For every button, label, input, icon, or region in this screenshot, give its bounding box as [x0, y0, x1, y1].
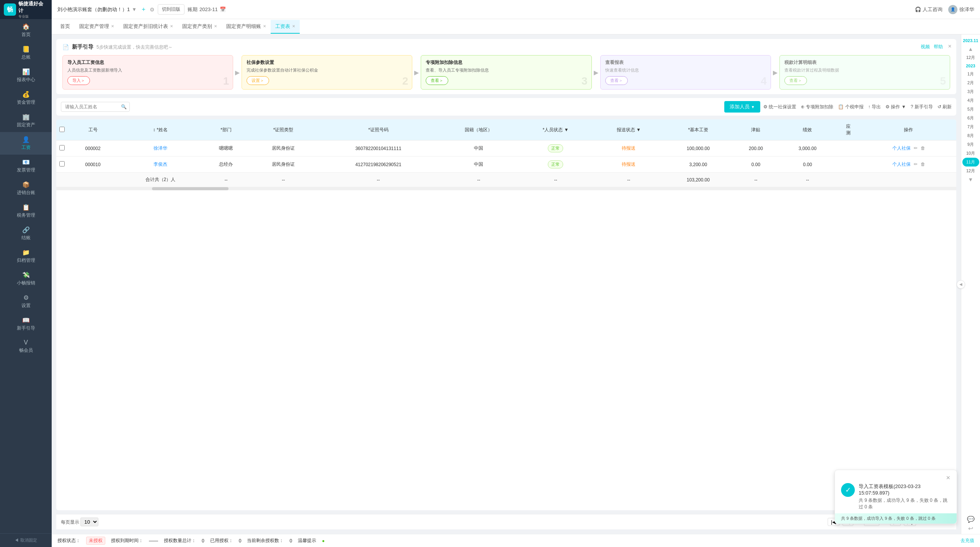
operation-btn[interactable]: ⚙ 操作 ▼ [885, 104, 906, 110]
select-all-checkbox[interactable] [59, 127, 65, 132]
step3-desc: 查看、导入员工专项附加扣除信息 [426, 67, 586, 73]
tab-fixed-assets[interactable]: 固定资产管理 ✕ [75, 20, 119, 34]
tab-fixed-assets-close-icon[interactable]: ✕ [111, 24, 114, 28]
tab-fixed-assets-label: 固定资产管理 [79, 23, 109, 30]
help-link[interactable]: 帮助 [934, 44, 943, 50]
tab-asset-category[interactable]: 固定资产类别 ✕ [178, 20, 222, 34]
add-person-label: 添加人员 [730, 103, 750, 110]
add-account-icon[interactable]: ＋ [140, 5, 147, 13]
step2-desc: 完成社保参数设置自动计算社保公积金 [247, 67, 407, 73]
month-9[interactable]: 9月 [962, 140, 979, 149]
beginner-guide: 📄 新手引导 5步快速完成设置，快去完善信息吧～ 视频 帮助 ✕ 导入员工工资信… [56, 39, 956, 94]
row2-edit-icon[interactable]: ✏ [914, 162, 918, 167]
row2-delete-icon[interactable]: 🗑 [921, 162, 925, 167]
settings-gear-icon[interactable]: ⚙ [150, 7, 155, 13]
sidebar-item-close[interactable]: 🔗 结账 [0, 222, 52, 245]
header-nationality: 国籍（地区） [439, 119, 518, 140]
scrollbar-thumb[interactable] [152, 187, 229, 190]
sidebar-item-invoice[interactable]: 📧 发票管理 [0, 155, 52, 177]
sidebar-item-member[interactable]: V 畅会员 [0, 335, 52, 358]
export-btn[interactable]: ↑ 导出 [868, 104, 881, 110]
search-input[interactable] [61, 102, 130, 112]
sidebar-item-ledger[interactable]: 📒 总账 [0, 42, 52, 64]
row1-checkbox[interactable] [56, 140, 68, 157]
sidebar-item-inventory[interactable]: 📦 进销台账 [0, 177, 52, 200]
scroll-up-icon[interactable]: ▲ [968, 46, 973, 52]
period-value: 2023-11 [199, 7, 218, 12]
row1-edit-icon[interactable]: ✏ [914, 145, 918, 151]
row2-checkbox[interactable] [56, 157, 68, 173]
step4-btn[interactable]: 查看＞ [605, 76, 628, 85]
row1-id-type: 居民身份证 [249, 140, 317, 157]
sidebar-item-finance[interactable]: 💰 资金管理 [0, 87, 52, 109]
tab-asset-category-close-icon[interactable]: ✕ [214, 24, 217, 28]
sidebar-item-guide[interactable]: 📖 新手引导 [0, 313, 52, 335]
month-12-prev[interactable]: 12月 [962, 53, 979, 62]
month-3[interactable]: 3月 [962, 87, 979, 96]
video-link[interactable]: 视频 [921, 44, 930, 50]
month-1[interactable]: 1月 [962, 70, 979, 78]
step5-btn[interactable]: 查看＞ [784, 76, 807, 85]
social-insurance-btn[interactable]: ⚙ 统一社保设置 [763, 104, 796, 110]
tax-report-btn[interactable]: 📋 个税申报 [838, 104, 863, 110]
recharge-link[interactable]: 去充值 [960, 537, 974, 544]
horizontal-scrollbar[interactable] [56, 187, 956, 190]
row1-delete-icon[interactable]: 🗑 [921, 145, 925, 151]
step2-btn[interactable]: 设置＞ [247, 76, 269, 85]
unpin-btn[interactable]: ◀ 取消固定 [0, 533, 52, 547]
month-10[interactable]: 10月 [962, 149, 979, 158]
month-6[interactable]: 6月 [962, 114, 979, 122]
account-selector[interactable]: 刘小艳演示账套（勿删勿动！）1 ▼ [57, 6, 137, 13]
sidebar-item-expense[interactable]: 💸 小畅报销 [0, 268, 52, 290]
account-chevron-icon: ▼ [132, 7, 137, 12]
add-person-btn[interactable]: 添加人员 ▼ [724, 101, 760, 113]
month-7[interactable]: 7月 [962, 122, 979, 131]
header-checkbox[interactable] [56, 119, 68, 140]
panel-actions: 💬 ↩ [965, 514, 977, 534]
special-deduction-btn[interactable]: ⊕ 专项附加扣除 [801, 104, 833, 110]
popup-title: 导入工资表模板(2023-03-23 15:07:59.897) [859, 483, 951, 496]
tab-home[interactable]: 首页 [56, 20, 75, 34]
month-8[interactable]: 8月 [962, 131, 979, 140]
month-12[interactable]: 12月 [962, 167, 979, 175]
per-page-select[interactable]: 10 20 50 [80, 518, 98, 526]
month-11[interactable]: 11月 [962, 158, 979, 167]
summary-id-type: -- [249, 173, 317, 187]
consult-btn[interactable]: 🎧 人工咨询 [915, 6, 942, 13]
row2-nationality: 中国 [439, 157, 518, 173]
popup-close-btn[interactable]: ✕ [946, 475, 951, 481]
row1-social-insurance-link[interactable]: 个人社保 [892, 145, 911, 151]
tab-payroll[interactable]: 工资表 ✕ [271, 20, 300, 34]
sidebar-item-settings[interactable]: ⚙ 设置 [0, 290, 52, 313]
step1-btn[interactable]: 导入＞ [67, 76, 90, 85]
tab-depreciation[interactable]: 固定资产折旧统计表 ✕ [119, 20, 178, 34]
sidebar-item-reports[interactable]: 📊 报表中心 [0, 64, 52, 87]
step3-btn[interactable]: 查看＞ [426, 76, 448, 85]
month-4[interactable]: 4月 [962, 96, 979, 105]
scroll-down-icon[interactable]: ▼ [968, 176, 973, 183]
sidebar-item-assets[interactable]: 🏢 固定资产 [0, 109, 52, 132]
sidebar-item-home[interactable]: 🏠 首页 [0, 19, 52, 42]
return-icon[interactable]: ↩ [968, 525, 973, 532]
sidebar-item-payroll[interactable]: 👤 工资 [0, 132, 52, 155]
payroll-icon: 👤 [22, 136, 30, 143]
row2-social-insurance-link[interactable]: 个人社保 [892, 162, 911, 167]
switch-version-btn[interactable]: 切到旧版 [158, 4, 185, 15]
tab-asset-detail-close-icon[interactable]: ✕ [263, 24, 266, 28]
calendar-icon[interactable]: 📅 [220, 7, 226, 12]
month-2[interactable]: 2月 [962, 78, 979, 87]
feedback-icon[interactable]: 💬 [967, 516, 975, 523]
tab-asset-detail[interactable]: 固定资产明细账 ✕ [222, 20, 271, 34]
month-5[interactable]: 5月 [962, 105, 979, 114]
tab-depreciation-close-icon[interactable]: ✕ [170, 24, 173, 28]
sidebar-item-archive[interactable]: 📁 归档管理 [0, 245, 52, 268]
sidebar-item-tax[interactable]: 📋 税务管理 [0, 200, 52, 222]
refresh-btn[interactable]: ↺ 刷新 [938, 104, 952, 110]
app-edition: 专业版 [18, 14, 48, 19]
beginner-guide-btn[interactable]: ? 新手引导 [911, 104, 933, 110]
summary-row: 合计共（2）人 -- -- -- -- -- -- 103,200.00 -- … [56, 173, 956, 187]
tab-payroll-close-icon[interactable]: ✕ [292, 24, 295, 28]
guide-close-btn[interactable]: ✕ [948, 44, 952, 49]
sidebar-label-tax: 税务管理 [17, 212, 35, 219]
panel-toggle-btn[interactable]: ◀ [957, 280, 965, 289]
